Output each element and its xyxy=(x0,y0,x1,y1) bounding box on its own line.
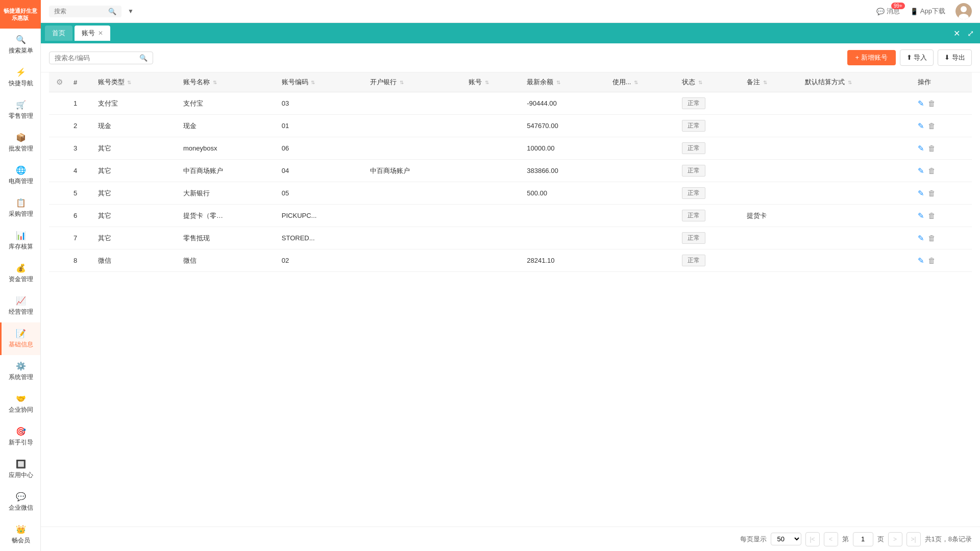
sidebar-item-system-manage[interactable]: ⚙️系统管理 xyxy=(0,355,40,388)
sidebar-item-quick-nav[interactable]: ⚡快捷导航 xyxy=(0,61,40,94)
cell-no: 6 xyxy=(69,205,94,227)
sidebar-item-wholesale-manage[interactable]: 📦批发管理 xyxy=(0,127,40,159)
sidebar-item-retail-manage[interactable]: 🛒零售管理 xyxy=(0,94,40,127)
sidebar-item-new-guide[interactable]: 🎯新手引导 xyxy=(0,420,40,453)
delete-icon[interactable]: 🗑 xyxy=(928,256,936,265)
table-search-input[interactable] xyxy=(55,54,136,62)
col-account-name[interactable]: 账号名称 ⇅ xyxy=(179,72,278,92)
tab-account[interactable]: 账号✕ xyxy=(75,26,110,41)
delete-icon[interactable]: 🗑 xyxy=(928,166,936,175)
col-status[interactable]: 状态 ⇅ xyxy=(678,72,743,92)
cell-remark xyxy=(743,160,801,182)
sidebar-item-inventory-calc[interactable]: 📊库存核算 xyxy=(0,224,40,257)
tab-close-icon[interactable]: ✕ xyxy=(98,30,103,37)
status-badge: 正常 xyxy=(682,97,705,109)
import-button[interactable]: ⬆ 导入 xyxy=(900,49,934,66)
sort-icon: ⇅ xyxy=(213,80,217,85)
add-account-button[interactable]: + 新增账号 xyxy=(847,50,896,65)
table-body: 1 支付宝 支付宝 03 -90444.00 正常 ✎ 🗑 2 现金 现金 01… xyxy=(49,92,972,272)
page-first-button[interactable]: |< xyxy=(805,532,820,546)
sidebar-item-enterprise-wechat[interactable]: 💬企业微信 xyxy=(0,486,40,518)
header-search-box[interactable]: 🔍 xyxy=(49,6,121,17)
edit-icon[interactable]: ✎ xyxy=(918,256,924,265)
col-settings[interactable]: ⚙ xyxy=(49,72,69,92)
col-default-settlement[interactable]: 默认结算方式 ⇅ xyxy=(801,72,914,92)
app-download-button[interactable]: 📱 App下载 xyxy=(910,7,945,16)
sidebar-item-search-menu[interactable]: 🔍搜索菜单 xyxy=(0,29,40,61)
settings-gear-icon[interactable]: ⚙ xyxy=(56,78,63,86)
enterprise-wechat-icon: 💬 xyxy=(16,492,26,502)
status-badge: 正常 xyxy=(682,232,705,244)
delete-icon[interactable]: 🗑 xyxy=(928,189,936,197)
retail-manage-icon: 🛒 xyxy=(16,100,26,110)
cell-balance: 383866.00 xyxy=(523,160,608,182)
cell-account-code: 04 xyxy=(278,160,366,182)
sidebar-item-app-center[interactable]: 🔲应用中心 xyxy=(0,453,40,486)
edit-icon[interactable]: ✎ xyxy=(918,234,924,242)
sort-icon: ⇅ xyxy=(698,80,702,85)
tab-home[interactable]: 首页 xyxy=(45,26,72,41)
cell-no: 3 xyxy=(69,137,94,160)
col-account-type[interactable]: 账号类型 ⇅ xyxy=(94,72,179,92)
cell-no: 5 xyxy=(69,182,94,205)
edit-icon[interactable]: ✎ xyxy=(918,211,924,220)
page-last-button[interactable]: >| xyxy=(906,532,921,546)
ecom-manage-icon: 🌐 xyxy=(16,165,26,175)
col-balance[interactable]: 最新余额 ⇅ xyxy=(523,72,608,92)
sidebar-item-fund-manage[interactable]: 💰资金管理 xyxy=(0,257,40,290)
cell-balance xyxy=(523,227,608,249)
edit-icon[interactable]: ✎ xyxy=(918,166,924,175)
cell-account-code: STORED... xyxy=(278,227,366,249)
sort-icon: ⇅ xyxy=(634,80,638,85)
delete-icon[interactable]: 🗑 xyxy=(928,121,936,130)
cell-bank xyxy=(366,182,464,205)
table-row: 2 现金 现金 01 547670.00 正常 ✎ 🗑 xyxy=(49,115,972,137)
table-search-box[interactable]: 🔍 xyxy=(49,52,153,64)
user-avatar[interactable] xyxy=(955,3,972,19)
page-prev-button[interactable]: < xyxy=(824,532,838,546)
sidebar-item-purchase-manage[interactable]: 📋采购管理 xyxy=(0,192,40,224)
page-size-select[interactable]: 102050100 xyxy=(771,533,801,545)
message-badge: 99+ xyxy=(891,3,905,9)
edit-icon[interactable]: ✎ xyxy=(918,121,924,130)
cell-balance: 10000.00 xyxy=(523,137,608,160)
col-bank[interactable]: 开户银行 ⇅ xyxy=(366,72,464,92)
sidebar-item-basic-info[interactable]: 📝基础信息 xyxy=(0,322,40,355)
sidebar-item-operation-manage[interactable]: 📈经营管理 xyxy=(0,290,40,322)
edit-icon[interactable]: ✎ xyxy=(918,189,924,197)
message-button[interactable]: 💬 消息 99+ xyxy=(876,7,900,16)
col-remark[interactable]: 备注 ⇅ xyxy=(743,72,801,92)
basic-info-icon: 📝 xyxy=(16,329,26,338)
page-next-button[interactable]: > xyxy=(888,532,902,546)
header-dropdown[interactable]: ▼ xyxy=(128,8,134,15)
delete-icon[interactable]: 🗑 xyxy=(928,144,936,153)
delete-icon[interactable]: 🗑 xyxy=(928,234,936,242)
per-page-label: 每页显示 xyxy=(740,535,767,544)
tab-close-all-icon[interactable]: ✕ xyxy=(951,27,962,40)
page-input[interactable] xyxy=(853,532,873,546)
cell-action: ✎ 🗑 xyxy=(914,92,972,115)
delete-icon[interactable]: 🗑 xyxy=(928,99,936,108)
edit-icon[interactable]: ✎ xyxy=(918,99,924,108)
col-usage[interactable]: 使用... ⇅ xyxy=(608,72,678,92)
table-header: ⚙ # 账号类型 ⇅ 账号名称 ⇅ 账号编码 ⇅ 开户银行 ⇅ 账号 ⇅ 最新余… xyxy=(49,72,972,92)
cell-remark xyxy=(743,92,801,115)
tab-expand-icon[interactable]: ⤢ xyxy=(965,27,976,40)
cell-account-no xyxy=(464,182,523,205)
sidebar-item-enterprise-agreement[interactable]: 🤝企业协同 xyxy=(0,388,40,420)
cell-remark xyxy=(743,227,801,249)
svg-point-1 xyxy=(961,6,967,12)
sidebar-item-ecom-manage[interactable]: 🌐电商管理 xyxy=(0,159,40,192)
export-button[interactable]: ⬇ 导出 xyxy=(938,49,972,66)
col-account-code[interactable]: 账号编码 ⇅ xyxy=(278,72,366,92)
sidebar-item-member[interactable]: 👑畅会员 xyxy=(0,518,40,551)
sidebar-item-label: 畅会员 xyxy=(12,536,30,545)
cell-account-name: 提货卡（零… xyxy=(179,205,278,227)
sort-icon: ⇅ xyxy=(848,80,852,85)
edit-icon[interactable]: ✎ xyxy=(918,144,924,153)
inventory-calc-icon: 📊 xyxy=(16,231,26,240)
header-search-input[interactable] xyxy=(54,8,105,15)
cell-account-type: 现金 xyxy=(94,115,179,137)
col-account-no[interactable]: 账号 ⇅ xyxy=(464,72,523,92)
delete-icon[interactable]: 🗑 xyxy=(928,211,936,220)
